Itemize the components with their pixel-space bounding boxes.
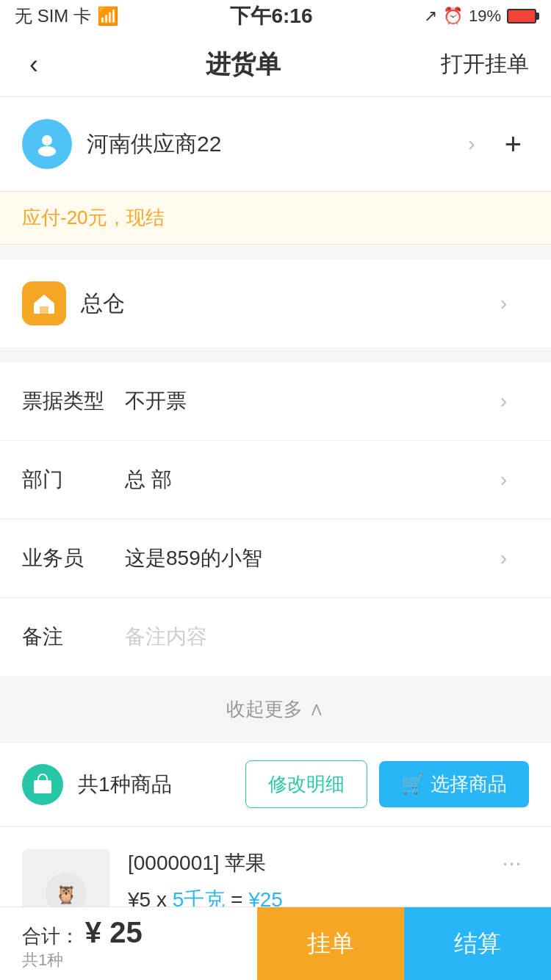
cart-icon: 🛒: [401, 773, 425, 796]
settle-button[interactable]: 结算: [404, 907, 551, 981]
open-hang-button[interactable]: 打开挂单: [441, 49, 529, 79]
add-button[interactable]: +: [497, 128, 529, 161]
supplier-row[interactable]: 河南供应商22 › +: [0, 97, 551, 192]
chevron-right-icon: ›: [500, 292, 507, 315]
dept-label: 部门: [22, 466, 110, 494]
salesperson-value: 这是859的小智: [125, 544, 500, 572]
warehouse-section: 总仓 ›: [0, 259, 551, 347]
status-bar: 无 SIM 卡 📶 下午6:16 ↗ ⏰ 19%: [0, 0, 551, 32]
invoice-type-value: 不开票: [125, 387, 500, 415]
avatar: [22, 119, 72, 169]
product-name: [0000001] 苹果: [128, 849, 494, 877]
footer: 合计： ¥ 25 共1种 挂单 结算: [0, 907, 551, 980]
notice-bar: 应付-20元，现结: [0, 192, 551, 245]
collapse-bar[interactable]: 收起更多 ∧: [0, 676, 551, 743]
supplier-section: 河南供应商22 › + 应付-20元，现结: [0, 97, 551, 245]
svg-rect-3: [40, 306, 48, 314]
status-time: 下午6:16: [230, 2, 312, 30]
svg-text:🦉: 🦉: [55, 884, 77, 905]
wifi-icon: 📶: [97, 6, 119, 26]
product-count: 共1种商品: [78, 771, 245, 799]
form-section: 票据类型 不开票 › 部门 总 部 › 业务员 这是859的小智 › 备注 备注…: [0, 362, 551, 676]
total-amount: ¥ 25: [85, 916, 143, 948]
svg-rect-4: [34, 780, 51, 793]
svg-point-0: [42, 135, 52, 145]
nav-bar: ‹ 进货单 打开挂单: [0, 32, 551, 97]
edit-detail-button[interactable]: 修改明细: [245, 760, 367, 808]
supplier-name: 河南供应商22: [87, 129, 468, 159]
battery-icon: [507, 9, 536, 24]
status-indicators: ↗ ⏰ 19%: [424, 7, 536, 26]
dept-value: 总 部: [125, 466, 500, 494]
more-options-button[interactable]: ···: [494, 849, 529, 876]
total-sub: 共1种: [22, 949, 235, 971]
footer-total: 合计： ¥ 25 共1种: [0, 916, 257, 971]
invoice-type-row[interactable]: 票据类型 不开票 ›: [0, 362, 551, 441]
select-product-button[interactable]: 🛒 选择商品: [379, 761, 529, 807]
alarm-icon: ⏰: [443, 7, 463, 26]
location-icon: ↗: [424, 7, 437, 26]
chevron-right-icon: ›: [468, 132, 475, 156]
page-title: 进货单: [206, 48, 281, 82]
chevron-right-icon: ›: [500, 468, 507, 491]
invoice-type-label: 票据类型: [22, 387, 110, 415]
status-carrier: 无 SIM 卡 📶: [15, 4, 119, 28]
warehouse-name: 总仓: [81, 289, 500, 319]
salesperson-label: 业务员: [22, 544, 110, 572]
hang-button[interactable]: 挂单: [257, 907, 404, 981]
dept-row[interactable]: 部门 总 部 ›: [0, 441, 551, 519]
back-button[interactable]: ‹: [22, 42, 46, 87]
product-icon: [22, 764, 63, 805]
total-label: 合计：: [22, 925, 79, 947]
remark-label: 备注: [22, 623, 110, 651]
chevron-right-icon: ›: [500, 389, 507, 413]
content-area: 河南供应商22 › + 应付-20元，现结 总仓 › 票据类型 不开票 ›: [0, 97, 551, 980]
remark-placeholder[interactable]: 备注内容: [125, 623, 529, 651]
battery-percent: 19%: [469, 7, 501, 26]
warehouse-icon: [22, 281, 66, 325]
product-header: 共1种商品 修改明细 🛒 选择商品: [0, 743, 551, 826]
salesperson-row[interactable]: 业务员 这是859的小智 ›: [0, 519, 551, 598]
svg-point-1: [38, 146, 56, 156]
warehouse-row[interactable]: 总仓 ›: [0, 259, 551, 347]
remark-row[interactable]: 备注 备注内容: [0, 598, 551, 676]
chevron-right-icon: ›: [500, 547, 507, 570]
product-info: [0000001] 苹果 ¥5 x 5千克 = ¥25: [128, 849, 494, 914]
